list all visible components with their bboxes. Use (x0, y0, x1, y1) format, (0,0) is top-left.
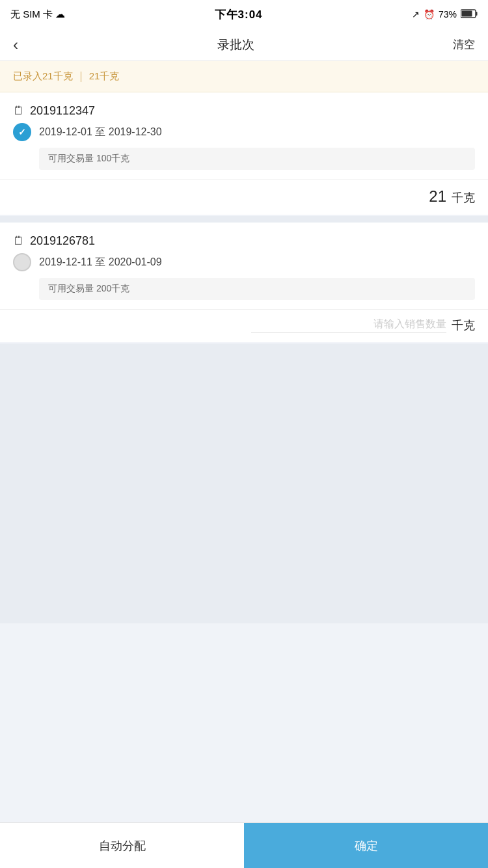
batch2-quantity-input[interactable] (251, 318, 446, 330)
auto-distribute-button[interactable]: 自动分配 (0, 823, 244, 868)
batch1-check-mark: ✓ (18, 127, 26, 137)
recorded-amount-label: 已录入21千克 (13, 70, 73, 83)
confirm-button[interactable]: 确定 (244, 823, 488, 868)
batch2-checkbox[interactable] (13, 253, 31, 271)
batch2-unit-label: 千克 (452, 318, 475, 333)
battery-label: 73% (439, 9, 457, 20)
bottom-bar: 自动分配 确定 (0, 822, 488, 868)
batch2-icon: 🗒 (13, 234, 25, 248)
banner-divider (81, 72, 81, 82)
page-title: 录批次 (217, 36, 254, 53)
status-time: 下午3:04 (215, 7, 263, 22)
batch2-input-wrapper (251, 318, 446, 333)
batch1-date-range: 2019-12-01 至 2019-12-30 (39, 126, 162, 139)
battery-icon (461, 9, 478, 20)
batch1-amount-value: 21 (429, 187, 446, 206)
section-divider-1 (0, 216, 488, 223)
status-right: ↗ ⏰ 73% (412, 9, 478, 20)
info-banner: 已录入21千克 21千克 (0, 61, 488, 92)
location-icon: ↗ (412, 9, 420, 20)
batch1-id: 2019112347 (30, 104, 95, 118)
batch1-icon: 🗒 (13, 104, 25, 118)
clock-icon: ⏰ (424, 9, 435, 20)
batch2-id: 2019126781 (30, 234, 95, 248)
batch1-header: 🗒 2019112347 (13, 104, 475, 118)
batch1-card: 🗒 2019112347 ✓ 2019-12-01 至 2019-12-30 可… (0, 92, 488, 215)
empty-space (0, 344, 488, 623)
status-left: 无 SIM 卡 ☁ (10, 8, 65, 21)
batch1-avail-qty: 可用交易量 100千克 (39, 148, 475, 170)
nav-bar: ‹ 录批次 清空 (0, 29, 488, 61)
batch2-card: 🗒 2019126781 2019-12-11 至 2020-01-09 可用交… (0, 223, 488, 342)
batch1-content: 🗒 2019112347 ✓ 2019-12-01 至 2019-12-30 可… (0, 92, 488, 179)
back-button[interactable]: ‹ (13, 36, 18, 54)
batch1-check-row[interactable]: ✓ 2019-12-01 至 2019-12-30 (13, 123, 475, 141)
status-bar: 无 SIM 卡 ☁ 下午3:04 ↗ ⏰ 73% (0, 0, 488, 29)
batch2-avail-qty: 可用交易量 200千克 (39, 278, 475, 300)
batch2-content: 🗒 2019126781 2019-12-11 至 2020-01-09 可用交… (0, 223, 488, 309)
batch1-amount-unit: 千克 (452, 190, 475, 206)
batch2-amount-row: 千克 (0, 309, 488, 342)
svg-rect-2 (461, 10, 472, 16)
sim-label: 无 SIM 卡 ☁ (10, 8, 65, 21)
batch1-amount-row: 21 千克 (0, 179, 488, 215)
batch1-checkbox[interactable]: ✓ (13, 123, 31, 141)
batch2-header: 🗒 2019126781 (13, 234, 475, 248)
batch2-check-row[interactable]: 2019-12-11 至 2020-01-09 (13, 253, 475, 271)
batch2-date-range: 2019-12-11 至 2020-01-09 (39, 256, 162, 269)
recorded-amount-value: 21千克 (89, 70, 120, 83)
clear-button[interactable]: 清空 (453, 37, 475, 52)
svg-rect-1 (476, 12, 477, 16)
